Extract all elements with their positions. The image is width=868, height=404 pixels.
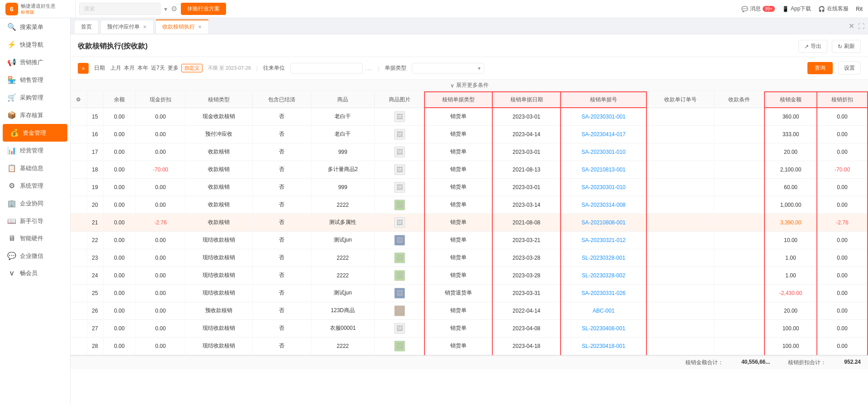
td-bill-no[interactable]: SA-20230301-001: [561, 108, 647, 125]
settings-button[interactable]: 设置: [838, 62, 861, 75]
bill-no-link[interactable]: SA-20230331-026: [581, 290, 625, 296]
td-goods-img: 🖼: [374, 125, 425, 143]
bill-no-link[interactable]: SL-20230328-002: [582, 272, 625, 279]
td-bill-no[interactable]: SA-20210808-001: [561, 214, 647, 231]
gear-icon[interactable]: ⚙: [171, 5, 177, 13]
date-opt-more[interactable]: 更多: [168, 64, 179, 72]
from-unit-input[interactable]: [290, 63, 363, 74]
sidebar-item-system[interactable]: ⚙ 系统管理: [0, 177, 70, 195]
td-seq: 26: [87, 302, 103, 319]
expand-more-bar[interactable]: ∨ 展开更多条件: [71, 80, 868, 91]
bill-no-link[interactable]: SL-20230328-001: [582, 255, 625, 261]
tab-prepay[interactable]: 预付冲应付单 ✕: [100, 20, 154, 33]
date-opt-this-month[interactable]: 本月: [124, 64, 135, 72]
td-balance: 0.00: [103, 249, 136, 266]
refresh-button[interactable]: ↻ 刷新: [832, 40, 861, 53]
bill-no-link[interactable]: SA-20230301-010: [581, 184, 625, 190]
td-bill-no[interactable]: SL-20230408-001: [561, 319, 647, 337]
bill-no-link[interactable]: SL-20230418-001: [582, 343, 625, 349]
online-service-action[interactable]: 🎧 在线客服: [818, 5, 849, 13]
td-receipt-cond: [714, 125, 764, 143]
date-custom-badge[interactable]: 自定义: [181, 64, 203, 72]
table-row: 28 0.00 0.00 现结收款核销 否 2222 🖼 销货单 2023-04…: [71, 337, 868, 355]
sidebar-item-smart[interactable]: 🖥 智能硬件: [0, 230, 70, 247]
maximize-icon[interactable]: ⛶: [858, 23, 864, 30]
table-row: 27 0.00 0.00 现结收款核销 否 衣服00001 🖼 销货单 2023…: [71, 319, 868, 337]
td-writeoff-type: 预收款核销: [185, 302, 253, 319]
goods-image: 🖼: [394, 323, 405, 334]
close-window-icon[interactable]: ✕: [849, 22, 854, 30]
headset-icon: 🎧: [818, 6, 825, 12]
bill-no-link[interactable]: SA-20230414-017: [581, 131, 625, 138]
top-search-box[interactable]: 搜索: [79, 3, 160, 15]
th-settings[interactable]: ⚙: [71, 92, 87, 108]
export-label: 导出: [811, 43, 821, 50]
tab-writeoff-label: 收款核销执行: [162, 23, 195, 31]
td-bill-no[interactable]: SA-20230331-026: [561, 284, 647, 302]
sidebar-item-marketing[interactable]: 📢 营销推广: [0, 53, 70, 71]
sidebar-item-wechat[interactable]: 💬 企业微信: [0, 247, 70, 265]
single-type-select[interactable]: [412, 63, 484, 74]
messages-action[interactable]: 💬 消息 99+: [741, 5, 775, 13]
bill-no-link[interactable]: SA-20230301-010: [581, 149, 625, 155]
tab-writeoff[interactable]: 收款核销执行 ✕: [156, 19, 209, 33]
tab-writeoff-close[interactable]: ✕: [198, 24, 202, 30]
sidebar-item-member[interactable]: V 畅会员: [0, 265, 70, 282]
app-download-action[interactable]: 📱 App下载: [782, 5, 811, 13]
query-button[interactable]: 查询: [807, 62, 833, 74]
td-writeoff-discount: 0.00: [817, 231, 868, 249]
bill-no-link[interactable]: SA-20210813-001: [581, 166, 625, 173]
table-row: 15 0.00 0.00 现金收款核销 否 老白干 🖼 销货单 2023-03-…: [71, 108, 868, 125]
td-bill-no[interactable]: SA-20230301-010: [561, 143, 647, 161]
date-opt-this-year[interactable]: 本年: [137, 64, 148, 72]
td-goods: 衣服00001: [311, 319, 374, 337]
user-action[interactable]: Rit: [856, 6, 863, 12]
bill-no-link[interactable]: SA-20210808-001: [581, 219, 625, 226]
td-bill-type: 销货单: [425, 143, 492, 161]
sidebar-item-purchase[interactable]: 🛒 采购管理: [0, 89, 70, 106]
bill-no-link[interactable]: SL-20230408-001: [582, 325, 625, 332]
td-bill-no[interactable]: SA-20210813-001: [561, 161, 647, 178]
td-writeoff-discount: 0.00: [817, 249, 868, 266]
td-bill-no[interactable]: ABC-001: [561, 302, 647, 319]
filter-expand-button[interactable]: »: [78, 63, 89, 74]
sidebar-item-finance[interactable]: 💰 资金管理: [3, 124, 67, 142]
bill-no-link[interactable]: SA-20230301-001: [581, 114, 625, 120]
td-writeoff-type: 现结收款核销: [185, 231, 253, 249]
td-bill-no[interactable]: SL-20230328-002: [561, 266, 647, 284]
sidebar-item-enterprise[interactable]: 🏢 企业协同: [0, 195, 70, 212]
td-bill-no[interactable]: SL-20230418-001: [561, 337, 647, 355]
industry-solution-button[interactable]: 休验行业方案: [181, 3, 226, 15]
td-balance: 0.00: [103, 266, 136, 284]
td-bill-no[interactable]: SL-20230328-001: [561, 249, 647, 266]
td-receipt-cond: [714, 302, 764, 319]
sidebar-item-basic[interactable]: 📋 基础信息: [0, 159, 70, 177]
bill-no-link[interactable]: SA-20230314-008: [581, 202, 625, 208]
date-opt-last-month[interactable]: 上月: [110, 64, 121, 72]
table-footer: 核销金额合计： 40,556,66... 核销折扣合计： 952.24: [71, 355, 868, 369]
td-cash-discount: 0.00: [136, 266, 185, 284]
sidebar-item-inventory[interactable]: 📦 库存核算: [0, 106, 70, 124]
td-included: 否: [253, 143, 311, 161]
sidebar-item-search-menu[interactable]: 🔍 搜索菜单: [0, 18, 70, 36]
tab-prepay-close[interactable]: ✕: [142, 24, 147, 30]
td-settings: [71, 284, 87, 302]
sidebar-item-sales[interactable]: 🏪 销售管理: [0, 71, 70, 89]
td-cash-discount: 0.00: [136, 143, 185, 161]
tab-home[interactable]: 首页: [74, 20, 99, 33]
td-bill-no[interactable]: SA-20230314-008: [561, 196, 647, 214]
td-bill-no[interactable]: SA-20230414-017: [561, 125, 647, 143]
footer-writeoff-amount-label: 核销金额合计：: [685, 359, 723, 366]
goods-image: 🖼: [394, 217, 405, 228]
sidebar-item-guide[interactable]: 📖 新手引导: [0, 212, 70, 230]
table-container[interactable]: ⚙ 余额 现金折扣 核销类型 包含已结清 商品 商品图片 核销单据类型 核销单据…: [71, 91, 868, 404]
export-button[interactable]: ↗ 导出: [798, 40, 827, 53]
td-bill-no[interactable]: SA-20230301-010: [561, 178, 647, 196]
sidebar-item-operations[interactable]: 📊 经营管理: [0, 142, 70, 159]
bill-no-link[interactable]: ABC-001: [593, 308, 615, 314]
sidebar-item-quick-nav[interactable]: ⚡ 快捷导航: [0, 36, 70, 53]
bill-no-link[interactable]: SA-20230321-012: [581, 237, 625, 243]
date-opt-7days[interactable]: 近7天: [151, 64, 165, 72]
td-bill-no[interactable]: SA-20230321-012: [561, 231, 647, 249]
td-balance: 0.00: [103, 196, 136, 214]
